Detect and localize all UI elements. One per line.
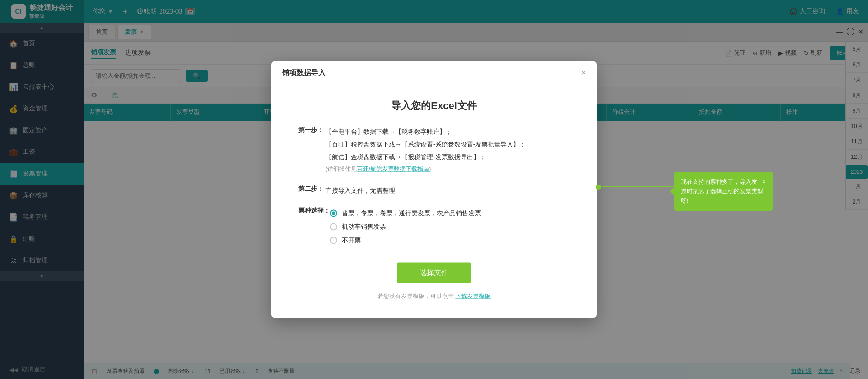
tooltip-close-button[interactable]: × [762, 177, 766, 187]
ticket-opt1-label: 普票，专票，卷票，通行费发票，农产品销售发票 [342, 209, 481, 218]
tooltip-connector-line [602, 186, 675, 187]
ticket-option-2[interactable]: 机动车销售发票 [330, 223, 481, 231]
tooltip-text: 现在支持的票种多了，导入发票时别忘了选择正确的发票类型呀! [681, 178, 763, 204]
import-modal: 销项数据导入 × 导入您的Excel文件 第一步： 【全电平台】数据下载→【税务… [271, 61, 597, 318]
step1-label: 第一步： [298, 126, 326, 134]
step2-content: 直接导入文件，无需整理 [326, 184, 395, 197]
step1-row: 第一步： 【全电平台】数据下载→【税务数字账户】； 【百旺】税控盘数据下载→【系… [298, 125, 570, 175]
step2-row: 第二步： 直接导入文件，无需整理 [298, 184, 570, 197]
modal-header: 销项数据导入 × [271, 61, 597, 85]
tooltip-dot [596, 185, 601, 190]
step1-content: 【全电平台】数据下载→【税务数字账户】； 【百旺】税控盘数据下载→【系统设置-系… [326, 125, 526, 175]
select-file-button[interactable]: 选择文件 [397, 263, 471, 283]
modal-close-button[interactable]: × [581, 68, 586, 78]
guide-link[interactable]: 百旺/航信发票数据下载指南 [357, 166, 429, 172]
ticket-opt3-label: 不开票 [342, 237, 361, 245]
ticket-option-1[interactable]: 普票，专票，卷票，通行费发票，农产品销售发票 [330, 209, 481, 218]
ticket-options: 普票，专票，卷票，通行费发票，农产品销售发票 机动车销售发票 不开票 [330, 209, 481, 250]
ticket-select-row: 票种选择： 普票，专票，卷票，通行费发票，农产品销售发票 机动车销售发票 不开票 [298, 206, 570, 250]
ticket-label: 票种选择： [298, 207, 330, 215]
modal-footer: 若您没有发票模版，可以点击 下载发票模版 [298, 292, 570, 300]
ticket-option-3[interactable]: 不开票 [330, 237, 481, 245]
tooltip-box: × 现在支持的票种多了，导入发票时别忘了选择正确的发票类型呀! [674, 172, 773, 211]
radio-opt2[interactable] [330, 223, 337, 231]
radio-opt3[interactable] [330, 237, 337, 244]
step1-line1: 【全电平台】数据下载→【税务数字账户】； [326, 125, 526, 138]
ticket-opt2-label: 机动车销售发票 [342, 223, 386, 231]
modal-import-title: 导入您的Excel文件 [298, 99, 570, 113]
modal-title: 销项数据导入 [282, 68, 326, 78]
step1-line2: 【百旺】税控盘数据下载→【系统设置-系统参数设置-发票批量导入】； [326, 138, 526, 151]
footer-text: 若您没有发票模版，可以点击 [377, 293, 454, 299]
download-template-link[interactable]: 下载发票模版 [455, 293, 491, 299]
step1-line3: 【航信】金税盘数据下载→【报税管理-发票数据导出】； [326, 151, 526, 163]
step1-link[interactable]: (详细操作见百旺/航信发票数据下载指南) [326, 163, 526, 175]
modal-body: 导入您的Excel文件 第一步： 【全电平台】数据下载→【税务数字账户】； 【百… [271, 85, 597, 318]
radio-inner-opt1 [332, 212, 335, 215]
radio-opt1[interactable] [330, 210, 337, 217]
step2-label: 第二步： [298, 185, 326, 193]
